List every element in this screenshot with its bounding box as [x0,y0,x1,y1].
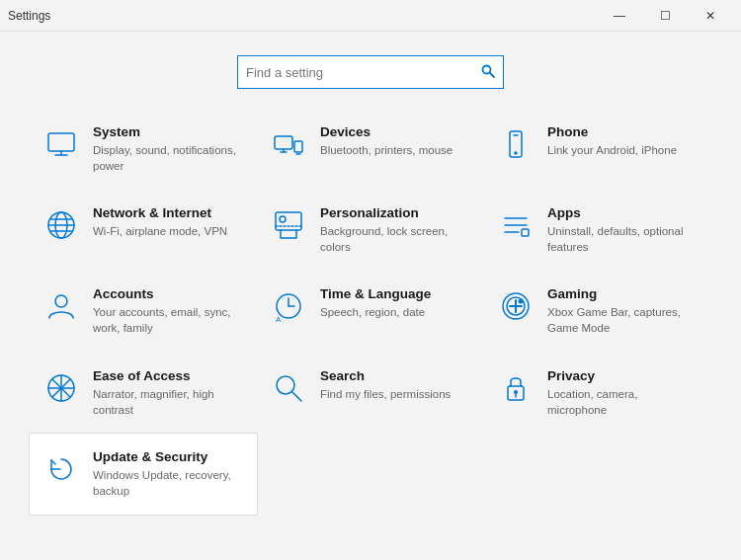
svg-point-35 [277,376,294,394]
update-icon [43,451,79,487]
phone-desc: Link your Android, iPhone [547,142,677,158]
devices-text: Devices Bluetooth, printers, mouse [320,124,453,158]
apps-icon [498,207,534,243]
settings-item-search[interactable]: Search Find my files, permissions [257,353,484,434]
update-text: Update & Security Windows Update, recove… [93,449,243,499]
system-desc: Display, sound, notifications, power [93,142,243,174]
svg-line-36 [292,392,301,401]
devices-title: Devices [320,124,453,139]
title-bar-title: Settings [8,9,50,23]
settings-item-devices[interactable]: Devices Bluetooth, printers, mouse [257,109,484,190]
accounts-title: Accounts [93,286,243,301]
settings-item-apps[interactable]: Apps Uninstall, defaults, optional featu… [484,190,711,271]
settings-item-privacy[interactable]: Privacy Location, camera, microphone [484,353,711,434]
system-text: System Display, sound, notifications, po… [93,124,243,174]
privacy-desc: Location, camera, microphone [547,386,698,418]
personalization-icon [271,207,306,243]
network-desc: Wi-Fi, airplane mode, VPN [93,223,227,239]
update-title: Update & Security [93,449,243,464]
gaming-icon [498,288,534,324]
window-title: Settings [8,9,50,23]
svg-rect-5 [275,136,292,149]
ease-title: Ease of Access [93,368,243,383]
apps-title: Apps [547,205,698,220]
personalization-text: Personalization Background, lock screen,… [320,205,470,255]
search-desc: Find my files, permissions [320,386,451,402]
search-icon [271,370,306,406]
personalization-desc: Background, lock screen, colors [320,223,470,255]
devices-icon [271,126,306,162]
phone-text: Phone Link your Android, iPhone [547,124,677,158]
devices-desc: Bluetooth, printers, mouse [320,142,453,158]
svg-rect-8 [294,141,302,152]
search-box[interactable] [237,55,504,89]
ease-desc: Narrator, magnifier, high contrast [93,386,243,418]
accounts-icon [43,288,79,324]
ease-icon [43,370,79,406]
privacy-icon [498,370,534,406]
update-desc: Windows Update, recovery, backup [93,467,243,499]
settings-grid: System Display, sound, notifications, po… [0,109,741,515]
phone-title: Phone [547,124,677,139]
svg-text:A: A [276,315,282,322]
privacy-text: Privacy Location, camera, microphone [547,368,698,418]
personalization-title: Personalization [320,205,470,220]
svg-point-31 [519,299,524,304]
time-icon: A [271,288,306,324]
gaming-desc: Xbox Game Bar, captures, Game Mode [547,304,698,336]
search-input[interactable] [246,65,481,80]
svg-point-0 [483,65,491,73]
ease-text: Ease of Access Narrator, magnifier, high… [93,368,243,418]
settings-item-system[interactable]: System Display, sound, notifications, po… [30,109,257,190]
system-title: System [93,124,243,139]
svg-line-1 [490,73,494,77]
search-container [0,32,741,109]
svg-point-12 [515,152,517,154]
gaming-text: Gaming Xbox Game Bar, captures, Game Mod… [547,286,698,336]
settings-item-accounts[interactable]: Accounts Your accounts, email, sync, wor… [30,271,257,352]
settings-item-network[interactable]: Network & Internet Wi-Fi, airplane mode,… [30,190,257,271]
settings-item-ease[interactable]: Ease of Access Narrator, magnifier, high… [30,353,257,434]
time-title: Time & Language [320,286,431,301]
network-text: Network & Internet Wi-Fi, airplane mode,… [93,205,227,239]
privacy-title: Privacy [547,368,698,383]
network-title: Network & Internet [93,205,227,220]
search-icon [481,64,495,81]
settings-item-phone[interactable]: Phone Link your Android, iPhone [484,109,711,190]
svg-point-19 [280,216,286,222]
apps-desc: Uninstall, defaults, optional features [547,223,698,255]
search-text: Search Find my files, permissions [320,368,451,402]
time-desc: Speech, region, date [320,304,431,320]
settings-item-gaming[interactable]: Gaming Xbox Game Bar, captures, Game Mod… [484,271,711,352]
search-title: Search [320,368,451,383]
svg-rect-2 [48,133,74,151]
title-bar: Settings — ☐ ✕ [0,0,741,32]
time-text: Time & Language Speech, region, date [320,286,431,320]
phone-icon [498,126,534,162]
gaming-title: Gaming [547,286,698,301]
settings-item-update[interactable]: Update & Security Windows Update, recove… [30,434,257,515]
apps-text: Apps Uninstall, defaults, optional featu… [547,205,698,255]
settings-item-time[interactable]: A Time & Language Speech, region, date [257,271,484,352]
network-icon [43,207,79,243]
settings-item-personalization[interactable]: Personalization Background, lock screen,… [257,190,484,271]
title-bar-controls: — ☐ ✕ [597,0,733,32]
svg-rect-23 [522,229,529,236]
accounts-desc: Your accounts, email, sync, work, family [93,304,243,336]
system-icon [43,126,79,162]
close-button[interactable]: ✕ [688,0,733,32]
accounts-text: Accounts Your accounts, email, sync, wor… [93,286,243,336]
minimize-button[interactable]: — [597,0,642,32]
maximize-button[interactable]: ☐ [642,0,688,32]
svg-point-24 [55,295,67,307]
